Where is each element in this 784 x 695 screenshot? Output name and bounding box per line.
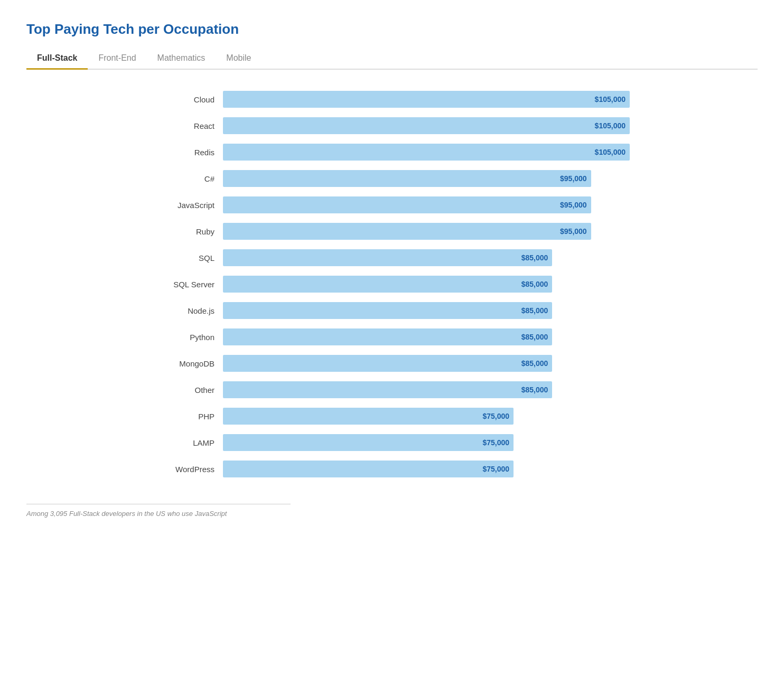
bar-label: C#: [154, 174, 223, 183]
bar-row: Ruby$95,000: [154, 223, 630, 240]
bar-value: $105,000: [595, 121, 626, 130]
bar-track: $95,000: [223, 170, 630, 187]
bar-row: Python$85,000: [154, 328, 630, 345]
bar-label: MongoDB: [154, 359, 223, 368]
bar-row: SQL$85,000: [154, 249, 630, 266]
bar-value: $105,000: [595, 95, 626, 104]
bar-label: React: [154, 121, 223, 130]
bar-label: JavaScript: [154, 201, 223, 210]
bar-track: $85,000: [223, 381, 630, 398]
page-title: Top Paying Tech per Occupation: [26, 21, 758, 37]
bar-track: $95,000: [223, 223, 630, 240]
bar-fill: $105,000: [223, 144, 630, 161]
bar-fill: $75,000: [223, 408, 514, 425]
bar-label: Python: [154, 333, 223, 342]
tab-mobile[interactable]: Mobile: [216, 48, 262, 70]
bar-fill: $105,000: [223, 117, 630, 134]
footnote-text: Among 3,095 Full-Stack developers in the…: [26, 510, 291, 518]
bar-track: $75,000: [223, 461, 630, 477]
bar-track: $85,000: [223, 249, 630, 266]
tab-mathematics[interactable]: Mathematics: [147, 48, 216, 70]
tab-bar: Full-StackFront-EndMathematicsMobile: [26, 48, 758, 70]
bar-label: PHP: [154, 412, 223, 421]
bar-fill: $85,000: [223, 302, 552, 319]
tab-front-end[interactable]: Front-End: [88, 48, 146, 70]
bar-label: SQL Server: [154, 280, 223, 289]
bar-track: $105,000: [223, 117, 630, 134]
bar-value: $95,000: [560, 201, 587, 209]
bar-row: SQL Server$85,000: [154, 276, 630, 293]
bar-track: $85,000: [223, 302, 630, 319]
bar-track: $105,000: [223, 144, 630, 161]
bar-value: $105,000: [595, 148, 626, 156]
bar-label: LAMP: [154, 438, 223, 447]
bar-fill: $85,000: [223, 355, 552, 372]
bar-value: $85,000: [521, 359, 548, 368]
bar-value: $85,000: [521, 333, 548, 341]
bar-row: Node.js$85,000: [154, 302, 630, 319]
footnote-area: Among 3,095 Full-Stack developers in the…: [26, 504, 291, 518]
bar-fill: $85,000: [223, 276, 552, 293]
bar-row: LAMP$75,000: [154, 434, 630, 451]
bar-value: $85,000: [521, 280, 548, 288]
bar-label: Ruby: [154, 227, 223, 236]
bar-row: C#$95,000: [154, 170, 630, 187]
bar-value: $95,000: [560, 174, 587, 183]
bar-row: React$105,000: [154, 117, 630, 134]
bar-value: $85,000: [521, 253, 548, 262]
bar-row: Cloud$105,000: [154, 91, 630, 108]
bar-label: Cloud: [154, 95, 223, 104]
bar-row: JavaScript$95,000: [154, 196, 630, 213]
bar-label: Redis: [154, 148, 223, 157]
bar-track: $85,000: [223, 328, 630, 345]
bar-row: PHP$75,000: [154, 408, 630, 425]
bar-track: $85,000: [223, 276, 630, 293]
bar-fill: $85,000: [223, 249, 552, 266]
bar-track: $75,000: [223, 408, 630, 425]
bar-track: $95,000: [223, 196, 630, 213]
bar-value: $75,000: [482, 438, 509, 447]
bar-value: $75,000: [482, 412, 509, 420]
bar-fill: $75,000: [223, 434, 514, 451]
bar-value: $95,000: [560, 227, 587, 236]
bar-label: Node.js: [154, 306, 223, 315]
bar-label: WordPress: [154, 465, 223, 474]
bar-value: $85,000: [521, 386, 548, 394]
bar-track: $85,000: [223, 355, 630, 372]
bar-track: $105,000: [223, 91, 630, 108]
bar-value: $75,000: [482, 465, 509, 473]
tab-full-stack[interactable]: Full-Stack: [26, 48, 88, 70]
bar-row: Redis$105,000: [154, 144, 630, 161]
chart-container: Cloud$105,000React$105,000Redis$105,000C…: [154, 91, 630, 477]
bar-label: Other: [154, 386, 223, 395]
bar-fill: $75,000: [223, 461, 514, 477]
bar-label: SQL: [154, 253, 223, 262]
bar-value: $85,000: [521, 306, 548, 315]
bar-fill: $95,000: [223, 196, 591, 213]
bar-fill: $85,000: [223, 381, 552, 398]
bar-fill: $95,000: [223, 223, 591, 240]
bar-fill: $95,000: [223, 170, 591, 187]
bar-row: Other$85,000: [154, 381, 630, 398]
bar-fill: $85,000: [223, 328, 552, 345]
bar-fill: $105,000: [223, 91, 630, 108]
bar-row: MongoDB$85,000: [154, 355, 630, 372]
bar-track: $75,000: [223, 434, 630, 451]
bar-row: WordPress$75,000: [154, 461, 630, 477]
